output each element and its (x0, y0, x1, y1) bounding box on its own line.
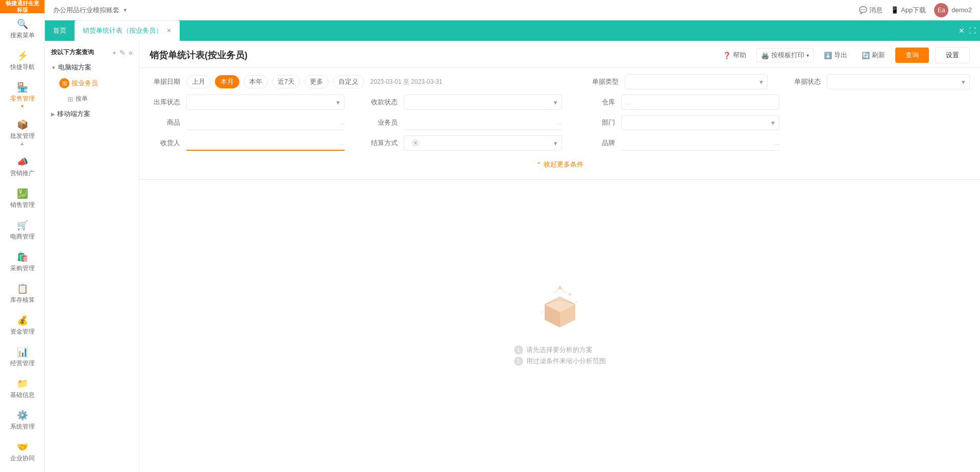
date-btn-custom[interactable]: 自定义 (333, 75, 364, 88)
message-btn[interactable]: 💬 消息 (859, 6, 883, 15)
collapse-filter-btn[interactable]: ⌃ 收起更多条件 (536, 160, 583, 169)
tab-close-window-icon[interactable]: ✕ (959, 27, 965, 35)
payment-status-dropdown-icon: ▾ (554, 99, 557, 106)
panel-add-icon[interactable]: + (112, 49, 116, 57)
sidebar-item-system-label: 系统管理 (10, 422, 35, 431)
date-btn-this-year[interactable]: 本年 (243, 75, 268, 88)
settings-btn[interactable]: 设置 (935, 47, 970, 63)
sidebar-item-wholesale[interactable]: 📦 批发管理 ▲ (0, 114, 45, 151)
sidebar-item-retail[interactable]: 🏪 零售管理 ▾ (0, 77, 45, 114)
sidebar-item-newbie[interactable]: 🌟 新手引导 (0, 468, 45, 472)
sales-icon: 💹 (17, 188, 28, 199)
date-btn-last-month[interactable]: 上月 (186, 75, 211, 88)
department-dropdown-icon: ▾ (771, 119, 775, 127)
date-filter-label: 单据日期 (150, 77, 180, 86)
salesperson-input[interactable] (404, 119, 554, 126)
inventory-icon: 📋 (17, 283, 28, 294)
tabbar: 首页 销货单统计表（按业务员） ✕ ✕ ⛶ (45, 20, 980, 41)
out-status-dropdown-icon: ▾ (336, 99, 340, 106)
tree-expand-icon: ▼ (51, 65, 56, 70)
print-btn[interactable]: 🖨️ 按模板打印 ▾ (756, 48, 814, 62)
sidebar-item-operation[interactable]: 📊 经营管理 (0, 341, 45, 373)
sidebar-item-quicknav-label: 快捷导航 (10, 63, 35, 72)
payment-method-select[interactable]: × ▾ (404, 135, 562, 151)
payment-status-select[interactable]: ▾ (404, 95, 562, 110)
topbar: 办公用品行业模拟账套 ▾ 💬 消息 📱 App下载 Ea demo2 (45, 0, 980, 20)
sidebar-item-purchase[interactable]: 🛍️ 采购管理 (0, 246, 45, 278)
export-btn[interactable]: ⬇️ 导出 (820, 49, 851, 62)
sidebar-item-basic-label: 基础信息 (10, 391, 35, 399)
tree-child-salesperson-label: 按业务员 (71, 79, 98, 88)
sidebar-item-inventory[interactable]: 📋 库存核算 (0, 278, 45, 310)
date-btn-7days[interactable]: 近7天 (272, 75, 300, 88)
sidebar-item-sales[interactable]: 💹 销售管理 (0, 183, 45, 215)
date-btn-this-month[interactable]: 本月 (215, 75, 239, 88)
goods-dots[interactable]: ... (339, 119, 345, 126)
tab-sales-stat[interactable]: 销货单统计表（按业务员） ✕ (75, 20, 180, 41)
doc-type-select[interactable]: ▾ (625, 74, 768, 89)
sidebar-item-system[interactable]: ⚙️ 系统管理 (0, 405, 45, 436)
sidebar-item-wholesale-label: 批发管理 (10, 132, 35, 140)
panel-collapse-icon[interactable]: « (129, 49, 133, 57)
payment-method-label: 结算方式 (367, 138, 398, 148)
sidebar-item-finance[interactable]: 💰 资金管理 (0, 310, 45, 341)
doc-status-select[interactable]: ▾ (827, 74, 970, 89)
sidebar-item-search[interactable]: 🔍 搜索菜单 (0, 13, 45, 45)
tree-child-salesperson[interactable]: 按 按业务员 (45, 75, 139, 91)
date-btn-more[interactable]: 更多 (304, 75, 329, 88)
brand-dots[interactable]: ... (774, 139, 779, 147)
empty-hint-1: 1 请先选择要分析的方案 (514, 345, 606, 355)
sidebar-item-collab-label: 企业协同 (10, 454, 35, 463)
sidebar-item-purchase-label: 采购管理 (10, 264, 35, 273)
wholesale-icon: 📦 (17, 119, 28, 130)
salesperson-dots[interactable]: ... (556, 119, 562, 126)
department-select[interactable]: ▾ (621, 115, 779, 130)
user-name: demo2 (951, 6, 972, 14)
tree-parent-mobile-label: 移动端方案 (57, 109, 90, 119)
refresh-btn[interactable]: 🔄 刷新 (857, 49, 889, 62)
tree-parent-desktop[interactable]: ▼ 电脑端方案 (45, 60, 139, 75)
main-content: 1 请先选择要分析的方案 2 用过滤条件来缩小分析范围 (139, 180, 980, 472)
sidebar-item-marketing[interactable]: 📣 营销推广 (0, 151, 45, 183)
brand-input[interactable] (621, 139, 772, 147)
query-btn[interactable]: 查询 (895, 48, 929, 63)
sidebar-item-ecommerce[interactable]: 🛒 电商管理 (0, 215, 45, 246)
tab-home[interactable]: 首页 (45, 20, 75, 41)
search-menu-icon: 🔍 (17, 18, 28, 30)
logo-text: 畅捷通好生意标版 (6, 0, 39, 13)
goods-input[interactable] (186, 119, 337, 126)
tab-maximize-icon[interactable]: ⛶ (969, 27, 976, 35)
panel-edit-icon[interactable]: ✎ (119, 49, 126, 57)
sidebar-item-basic[interactable]: 📁 基础信息 (0, 373, 45, 405)
tab-home-label: 首页 (53, 26, 66, 35)
payment-method-clear[interactable]: × (411, 139, 420, 147)
receiver-input[interactable] (186, 139, 337, 147)
tree-parent-mobile[interactable]: ▶ 移动端方案 (45, 106, 139, 122)
receiver-dots[interactable]: ... (339, 139, 345, 147)
avatar: Ea (934, 3, 948, 17)
workspace-dropdown-icon[interactable]: ▾ (124, 6, 127, 14)
app-download-btn[interactable]: 📱 App下载 (891, 6, 926, 15)
tree-subchild-order[interactable]: ⊞ 按单 (45, 91, 139, 106)
out-status-select[interactable]: ▾ (186, 95, 345, 110)
tabbar-expand[interactable]: ✕ ⛶ (959, 27, 976, 35)
order-icon: ⊞ (67, 95, 74, 103)
doc-type-dropdown-icon: ▾ (760, 78, 763, 86)
panel-header-title: 按以下方案查询 (51, 48, 94, 57)
quicknav-icon: ⚡ (17, 50, 28, 61)
sidebar-item-quicknav[interactable]: ⚡ 快捷导航 (0, 45, 45, 77)
panel-header-icons: + ✎ « (112, 49, 133, 57)
sidebar-item-finance-label: 资金管理 (10, 327, 35, 336)
salesperson-label: 业务员 (367, 118, 398, 127)
sidebar-item-ecommerce-label: 电商管理 (10, 232, 35, 241)
operation-icon: 📊 (17, 346, 28, 358)
tab-close-icon[interactable]: ✕ (166, 27, 172, 34)
tree-mobile-expand-icon: ▶ (51, 111, 55, 117)
basic-icon: 📁 (17, 378, 28, 389)
help-btn[interactable]: ❓ 帮助 (719, 49, 750, 62)
warehouse-select[interactable]: ... (621, 95, 779, 110)
sidebar-item-collab[interactable]: 🤝 企业协同 (0, 436, 45, 468)
export-label: 导出 (834, 51, 847, 60)
user-avatar-btn[interactable]: Ea demo2 (934, 3, 972, 17)
empty-hint-2: 2 用过滤条件来缩小分析范围 (514, 357, 606, 366)
